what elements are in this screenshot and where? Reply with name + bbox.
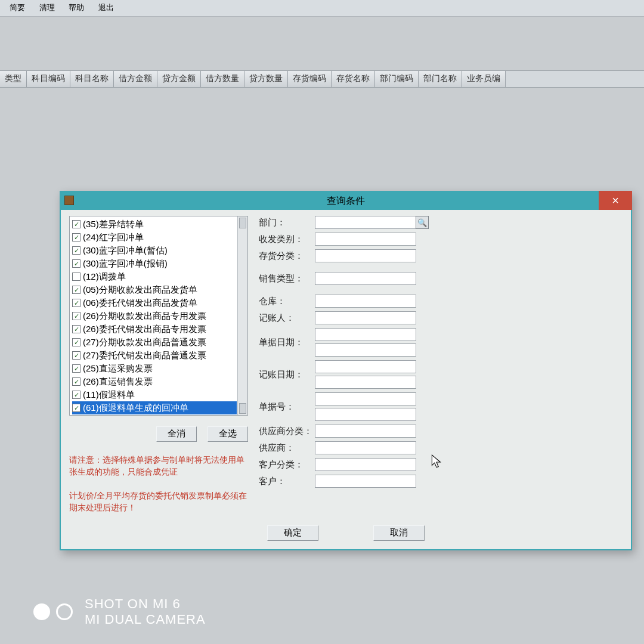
checklist-item[interactable]: (30)蓝字回冲单(报销): [72, 257, 237, 270]
doc-type-checklist[interactable]: (35)差异结转单(24)红字回冲单(30)蓝字回冲单(暂估)(30)蓝字回冲单…: [69, 216, 248, 416]
column-header[interactable]: 存货编码: [288, 71, 332, 87]
menu-item[interactable]: 帮助: [63, 1, 90, 14]
checkbox[interactable]: [72, 377, 80, 386]
column-header[interactable]: 科目名称: [70, 71, 114, 87]
column-header[interactable]: 贷方金额: [157, 71, 201, 87]
checklist-item[interactable]: (06)委托代销发出商品发货单: [72, 296, 237, 309]
watermark-line2: MI DUAL CAMERA: [85, 612, 206, 627]
ok-button[interactable]: 确定: [267, 525, 318, 541]
main-menubar: 简要 清理 帮助 退出: [0, 0, 644, 17]
menu-item[interactable]: 清理: [33, 1, 61, 14]
checkbox[interactable]: [72, 351, 80, 360]
cust-input[interactable]: [315, 475, 416, 488]
checkbox[interactable]: [72, 220, 80, 228]
close-button[interactable]: ×: [599, 191, 632, 210]
checklist-item[interactable]: (26)直运销售发票: [72, 375, 237, 388]
checklist-item-label: (61)假退料单生成的回冲单: [83, 401, 188, 414]
cancel-button[interactable]: 取消: [373, 525, 425, 541]
book-date-to-input[interactable]: [315, 376, 416, 389]
inv-cat-input[interactable]: [315, 249, 416, 262]
io-type-label: 收发类别：: [259, 234, 315, 245]
checklist-item-label: (11)假退料单: [83, 388, 135, 401]
vendor-cat-input[interactable]: [315, 425, 416, 438]
checklist-item[interactable]: (12)调拨单: [72, 270, 237, 283]
warning-text-2: 计划价/全月平均存货的委托代销发票制单必须在期末处理后进行！: [69, 490, 248, 513]
checkbox[interactable]: [72, 233, 80, 242]
checklist-item[interactable]: (27)委托代销发出商品普通发票: [72, 349, 237, 362]
sale-type-input[interactable]: [315, 272, 416, 285]
doc-date-from-input[interactable]: [315, 328, 416, 341]
checklist-item-label: (26)委托代销发出商品专用发票: [83, 323, 206, 336]
scroll-up-icon[interactable]: [239, 218, 246, 228]
column-header[interactable]: 业务员编: [462, 71, 506, 87]
column-header[interactable]: 部门编码: [375, 71, 419, 87]
warehouse-input[interactable]: [315, 295, 416, 308]
scrollbar[interactable]: [237, 216, 247, 415]
checklist-item[interactable]: (35)差异结转单: [72, 218, 237, 231]
column-header[interactable]: 借方数量: [201, 71, 244, 87]
checklist-item[interactable]: (30)蓝字回冲单(暂估): [72, 244, 237, 257]
booker-input[interactable]: [315, 311, 416, 324]
checklist-item-label: (30)蓝字回冲单(暂估): [83, 244, 168, 257]
checkbox[interactable]: [72, 325, 80, 333]
checklist-item[interactable]: (11)假退料单: [72, 388, 237, 401]
filter-form: 部门： 🔍 收发类别： 存货分类： 销售类型： 仓库：: [259, 216, 623, 513]
checklist-item[interactable]: (26)分期收款发出商品专用发票: [72, 309, 237, 323]
checkbox[interactable]: [72, 312, 80, 320]
dot-outline-icon: [56, 603, 73, 620]
select-all-button[interactable]: 全选: [208, 426, 248, 442]
doc-no-label: 单据号：: [259, 401, 315, 413]
checklist-item[interactable]: (05)分期收款发出商品发货单: [72, 283, 237, 296]
checklist-item[interactable]: (61)假退料单生成的回冲单: [72, 401, 237, 414]
scroll-down-icon[interactable]: [239, 403, 246, 414]
column-header[interactable]: 类型: [0, 71, 27, 87]
doc-date-to-input[interactable]: [315, 343, 416, 357]
doc-no-from-input[interactable]: [315, 392, 416, 405]
checklist-item-label: (35)差异结转单: [83, 218, 144, 231]
column-header[interactable]: 部门名称: [419, 71, 462, 87]
checklist-item[interactable]: (24)红字回冲单: [72, 231, 237, 244]
checkbox[interactable]: [72, 391, 80, 399]
lookup-icon[interactable]: 🔍: [416, 216, 429, 229]
checklist-item-label: (06)委托代销发出商品发货单: [83, 296, 197, 309]
checkbox[interactable]: [72, 246, 80, 255]
book-date-from-input[interactable]: [315, 360, 416, 373]
io-type-input[interactable]: [315, 233, 416, 246]
checkbox[interactable]: [72, 364, 80, 373]
menu-item[interactable]: 退出: [92, 1, 120, 14]
checkbox[interactable]: [72, 338, 80, 346]
checkbox[interactable]: [72, 259, 80, 268]
doc-date-label: 单据日期：: [259, 337, 315, 348]
checklist-item-label: (05)分期收款发出商品发货单: [83, 283, 197, 296]
column-header[interactable]: 借方金额: [114, 71, 157, 87]
dialog-titlebar[interactable]: 查询条件 ×: [61, 192, 631, 210]
column-header[interactable]: 存货名称: [332, 71, 375, 87]
checkbox[interactable]: [72, 286, 80, 294]
checkbox[interactable]: [72, 404, 80, 412]
warehouse-label: 仓库：: [259, 296, 315, 307]
checklist-item-label: (25)直运采购发票: [83, 362, 153, 375]
checklist-item[interactable]: (27)分期收款发出商品普通发票: [72, 336, 237, 349]
booker-label: 记账人：: [259, 312, 315, 324]
checklist-item[interactable]: (25)直运采购发票: [72, 362, 237, 375]
query-conditions-dialog: 查询条件 × (35)差异结转单(24)红字回冲单(30)蓝字回冲单(暂估)(3…: [60, 191, 632, 550]
menu-item[interactable]: 简要: [4, 1, 31, 14]
camera-watermark: SHOT ON MI 6 MI DUAL CAMERA: [33, 596, 206, 627]
dept-label: 部门：: [259, 217, 315, 228]
doc-no-to-input[interactable]: [315, 408, 416, 421]
warning-text-1: 请注意：选择特殊单据参与制单时将无法使用单张生成的功能，只能合成凭证: [69, 454, 248, 478]
checkbox[interactable]: [72, 299, 80, 307]
checklist-item-label: (30)蓝字回冲单(报销): [83, 257, 168, 270]
cust-cat-input[interactable]: [315, 458, 416, 471]
checkbox[interactable]: [72, 273, 80, 281]
column-header[interactable]: 贷方数量: [244, 71, 288, 87]
checklist-item[interactable]: (26)委托代销发出商品专用发票: [72, 323, 237, 336]
vendor-label: 供应商：: [259, 442, 315, 454]
deselect-all-button[interactable]: 全消: [156, 426, 197, 442]
column-header[interactable]: 科目编码: [27, 71, 70, 87]
watermark-line1: SHOT ON MI 6: [85, 596, 206, 612]
dept-input[interactable]: [315, 216, 416, 229]
dialog-title-text: 查询条件: [327, 196, 365, 206]
inv-cat-label: 存货分类：: [259, 250, 315, 262]
vendor-input[interactable]: [315, 441, 416, 454]
